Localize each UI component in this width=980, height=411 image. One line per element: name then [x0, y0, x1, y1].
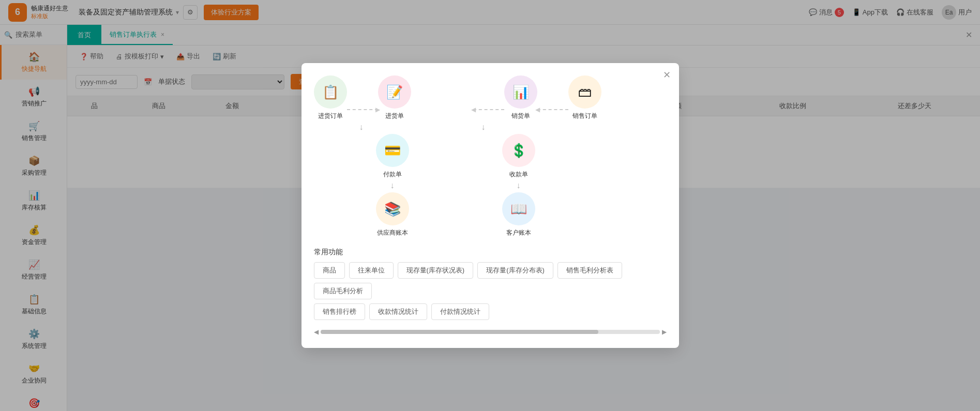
flow-payment-bill[interactable]: 💳 付款单 — [376, 134, 409, 179]
scroll-left-btn[interactable]: ◀ — [314, 328, 319, 336]
purchase-order-label: 进货订单 — [318, 112, 343, 120]
purchase-bill-icon: 📝 — [378, 75, 411, 109]
scroll-track — [321, 330, 660, 334]
sales-bill-label: 销货单 — [511, 112, 530, 120]
flow-purchase-bill[interactable]: 📝 进货单 — [378, 75, 411, 120]
payment-bill-label: 付款单 — [383, 170, 402, 179]
common-funcs-title: 常用功能 — [314, 248, 667, 257]
modal-overlay[interactable]: ✕ 📋 进货订单 ▶ — [0, 0, 980, 411]
quick-nav-modal: ✕ 📋 进货订单 ▶ — [301, 63, 679, 348]
modal-close-button[interactable]: ✕ — [663, 69, 671, 81]
supplier-ledger-icon: 📚 — [376, 192, 409, 225]
sales-order-icon: 🗃 — [568, 75, 601, 109]
flow-sales-order[interactable]: 🗃 销售订单 — [568, 75, 601, 120]
payment-bill-icon: 💳 — [376, 134, 409, 167]
receipt-bill-icon: 💲 — [502, 134, 535, 167]
purchase-order-icon: 📋 — [314, 75, 347, 109]
func-btn-products[interactable]: 商品 — [314, 262, 345, 279]
func-btn-stock-status[interactable]: 现存量(库存状况表) — [398, 262, 474, 279]
arrow-h-1: ▶ — [347, 109, 378, 120]
flow-supplier-ledger[interactable]: 📚 供应商账本 — [376, 192, 409, 237]
func-btn-sales-rank[interactable]: 销售排行榜 — [314, 303, 365, 320]
func-buttons: 商品 往来单位 现存量(库存状况表) 现存量(库存分布表) 销售毛利分析表 商品… — [314, 262, 667, 299]
arrow-h-3: ◀ — [537, 109, 568, 120]
flow-receipt-bill[interactable]: 💲 收款单 — [502, 134, 535, 179]
func-btn-stock-dist[interactable]: 现存量(库存分布表) — [477, 262, 553, 279]
common-funcs: 常用功能 商品 往来单位 现存量(库存状况表) 现存量(库存分布表) 销售毛利分… — [314, 248, 667, 320]
func-btn-product-profit[interactable]: 商品毛利分析 — [314, 283, 372, 299]
purchase-bill-label: 进货单 — [385, 112, 404, 120]
func-btn-payment-stats[interactable]: 付款情况统计 — [431, 303, 489, 320]
flow-purchase-order[interactable]: 📋 进货订单 — [314, 75, 347, 120]
scroll-right-btn[interactable]: ▶ — [662, 328, 667, 336]
flow-customer-ledger[interactable]: 📖 客户账本 — [502, 192, 535, 237]
customer-ledger-icon: 📖 — [502, 192, 535, 225]
flow-sales-bill[interactable]: 📊 销货单 — [504, 75, 537, 120]
flow-section: 📋 进货订单 ▶ 📝 进货单 — [314, 75, 667, 237]
scroll-thumb[interactable] — [321, 330, 599, 334]
sales-order-label: 销售订单 — [572, 112, 597, 120]
func-buttons-row2: 销售排行榜 收款情况统计 付款情况统计 — [314, 303, 667, 320]
func-btn-sales-profit[interactable]: 销售毛利分析表 — [557, 262, 622, 279]
receipt-bill-label: 收款单 — [509, 170, 528, 179]
func-btn-receipt-stats[interactable]: 收款情况统计 — [369, 303, 427, 320]
customer-ledger-label: 客户账本 — [506, 229, 531, 237]
func-btn-contacts[interactable]: 往来单位 — [349, 262, 394, 279]
arrow-h-2: ◀ — [473, 109, 504, 120]
sales-bill-icon: 📊 — [504, 75, 537, 109]
modal-scroll-area: ◀ ▶ — [314, 328, 667, 336]
supplier-ledger-label: 供应商账本 — [377, 229, 408, 237]
